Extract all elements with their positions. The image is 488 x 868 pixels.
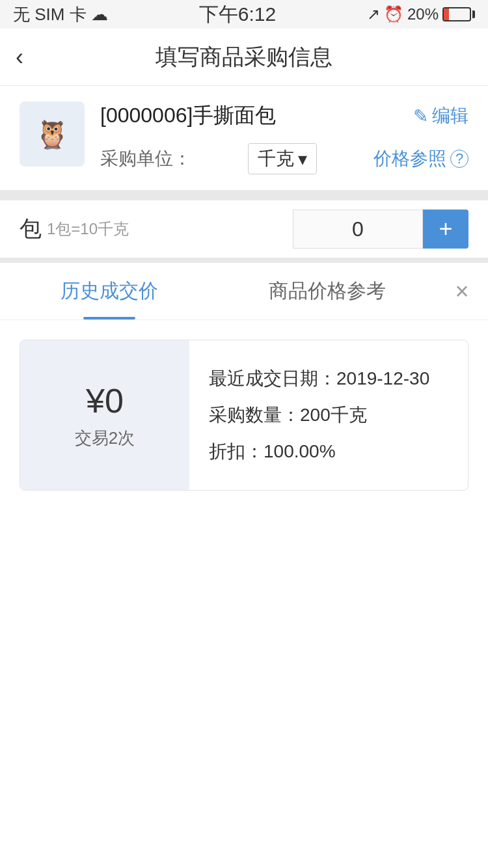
back-icon: ‹: [16, 44, 23, 70]
tab-active-indicator: [83, 317, 135, 319]
product-info: [0000006]手撕面包 ✎ 编辑 采购单位： 千克 ▾ 价格参照 ?: [100, 102, 468, 174]
discount-label: 折扣：: [209, 441, 264, 461]
transaction-details: 最近成交日期：2019-12-30 采购数量：200千克 折扣：100.00%: [189, 340, 468, 490]
tab-product-label: 商品价格参考: [269, 278, 386, 305]
edit-button[interactable]: ✎ 编辑: [413, 103, 468, 128]
location-icon: ↗: [367, 5, 380, 23]
tab-close-button[interactable]: ×: [436, 278, 488, 305]
chevron-down-icon: ▾: [298, 148, 307, 170]
bottom-space: [0, 510, 488, 868]
transaction-price: ¥0: [86, 381, 124, 420]
price-ref-button[interactable]: 价格参照 ?: [373, 146, 468, 171]
battery-indicator: [442, 7, 475, 21]
plus-icon: +: [439, 215, 452, 243]
price-ref-label: 价格参照: [373, 146, 446, 171]
tab-header: 历史成交价 商品价格参考 ×: [0, 263, 488, 320]
product-thumbnail: 🦉: [20, 102, 85, 167]
help-circle-icon: ?: [450, 150, 468, 168]
quantity-row: 包 1包=10千克 0 +: [0, 200, 488, 258]
quantity-value: 200千克: [300, 405, 367, 425]
purchase-unit-label: 采购单位：: [100, 146, 191, 171]
product-logo-icon: 🦉: [35, 118, 69, 150]
transaction-date-row: 最近成交日期：2019-12-30: [209, 366, 448, 391]
unit-hint: 1包=10千克: [47, 219, 129, 239]
signal-text: 无 SIM 卡 ☁: [13, 3, 108, 26]
nav-bar: ‹ 填写商品采购信息: [0, 29, 488, 86]
unit-badge: 包 1包=10千克: [20, 214, 129, 244]
discount-value: 100.00%: [264, 441, 336, 461]
close-icon: ×: [455, 278, 468, 305]
page-title: 填写商品采购信息: [156, 42, 332, 72]
transaction-count: 交易2次: [75, 427, 135, 450]
status-right: ↗ ⏰ 20%: [367, 5, 475, 23]
quantity-label: 采购数量：: [209, 405, 300, 425]
transaction-card: ¥0 交易2次 最近成交日期：2019-12-30 采购数量：200千克 折扣：…: [20, 340, 468, 491]
status-time: 下午6:12: [199, 1, 276, 28]
edit-icon: ✎: [413, 105, 428, 127]
battery-percent: 20%: [407, 5, 439, 23]
transaction-discount-row: 折扣：100.00%: [209, 439, 448, 464]
tab-history-price[interactable]: 历史成交价: [0, 263, 218, 319]
unit-dropdown[interactable]: 千克 ▾: [248, 143, 317, 174]
product-name: [0000006]手撕面包: [100, 102, 276, 130]
back-button[interactable]: ‹: [16, 44, 23, 71]
product-card: 🦉 [0000006]手撕面包 ✎ 编辑 采购单位： 千克 ▾ 价格参照 ?: [0, 86, 488, 190]
date-label: 最近成交日期：: [209, 368, 336, 388]
transaction-quantity-row: 采购数量：200千克: [209, 403, 448, 427]
unit-value: 千克: [258, 146, 294, 171]
unit-label: 包: [20, 214, 42, 244]
tab-product-price[interactable]: 商品价格参考: [218, 263, 436, 319]
status-left: 无 SIM 卡 ☁: [13, 3, 108, 26]
status-bar: 无 SIM 卡 ☁ 下午6:12 ↗ ⏰ 20%: [0, 0, 488, 29]
quantity-plus-button[interactable]: +: [423, 210, 468, 249]
edit-label: 编辑: [432, 103, 468, 128]
date-value: 2019-12-30: [336, 368, 429, 388]
tab-panel: 历史成交价 商品价格参考 × ¥0 交易2次 最近成交日期：2019-12-30…: [0, 258, 488, 510]
alarm-icon: ⏰: [384, 5, 403, 23]
panel-content: ¥0 交易2次 最近成交日期：2019-12-30 采购数量：200千克 折扣：…: [0, 320, 488, 510]
tab-history-label: 历史成交价: [61, 278, 158, 305]
transaction-summary: ¥0 交易2次: [20, 340, 189, 490]
quantity-input[interactable]: 0: [293, 210, 423, 249]
section-divider: [0, 190, 488, 200]
quantity-value: 0: [352, 217, 364, 241]
quantity-controls: 0 +: [293, 210, 468, 249]
